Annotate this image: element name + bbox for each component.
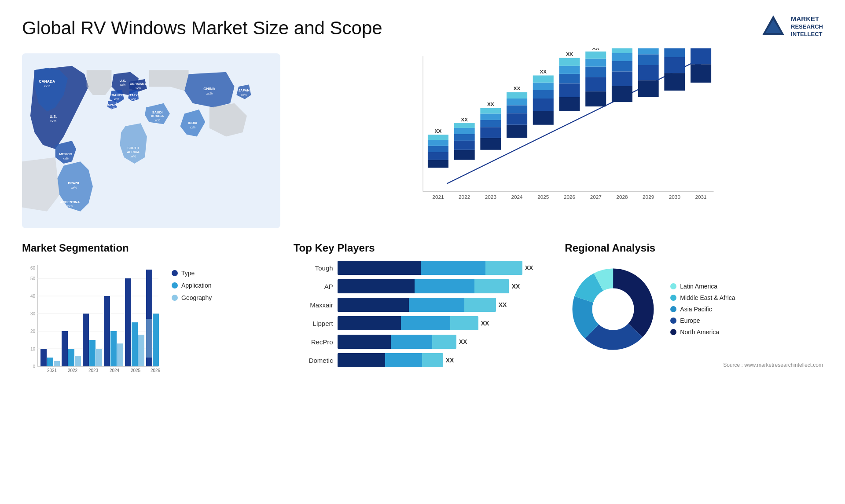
player-seg3-lippert (450, 316, 478, 330)
map-section: CANADA xx% U.S. xx% MEXICO xx% BRAZIL xx… (22, 48, 280, 233)
label-asia-pacific: Asia Pacific (680, 306, 712, 313)
player-bar-recpro: XX (338, 335, 552, 349)
svg-rect-41 (428, 146, 448, 152)
svg-text:XX: XX (566, 51, 573, 57)
player-name-dometic: Dometic (294, 357, 333, 364)
regional-title: Regional Analysis (565, 242, 823, 254)
player-bar-stack-ap (338, 279, 509, 293)
player-bar-dometic: XX (338, 353, 552, 367)
svg-text:2023: 2023 (485, 194, 496, 200)
player-seg3-tough (485, 261, 522, 275)
player-xx-tough: XX (525, 264, 533, 271)
svg-text:50: 50 (30, 276, 36, 281)
svg-rect-85 (585, 51, 606, 58)
svg-text:2024: 2024 (110, 368, 120, 373)
chart-section: XX 2021 XX 2022 XX 2023 (294, 48, 823, 233)
svg-rect-84 (585, 59, 606, 67)
svg-rect-140 (96, 349, 102, 366)
segmentation-legend: Type Application Geography (172, 261, 212, 301)
legend-label-type: Type (181, 270, 195, 277)
svg-rect-46 (454, 150, 474, 160)
svg-rect-92 (612, 48, 632, 53)
player-row-dometic: Dometic XX (294, 353, 552, 367)
svg-rect-54 (480, 127, 501, 138)
svg-rect-43 (428, 135, 448, 140)
svg-text:xx%: xx% (71, 186, 77, 189)
bar-chart-svg: XX 2021 XX 2022 XX 2023 (294, 48, 823, 215)
bar-chart-container: XX 2021 XX 2022 XX 2023 (294, 48, 823, 233)
svg-rect-47 (454, 141, 474, 150)
player-bar-maxxair: XX (338, 298, 552, 312)
source-text: Source : www.marketresearchintellect.com (565, 362, 823, 368)
svg-rect-131 (47, 358, 53, 366)
segmentation-svg: 0 10 20 30 40 50 60 (22, 261, 163, 384)
svg-rect-138 (83, 314, 89, 366)
svg-text:10: 10 (30, 347, 36, 351)
svg-rect-62 (507, 105, 527, 113)
players-title: Top Key Players (294, 242, 552, 254)
svg-text:2029: 2029 (643, 194, 654, 200)
svg-rect-78 (559, 58, 580, 66)
svg-rect-146 (125, 278, 131, 366)
svg-text:0: 0 (33, 364, 35, 369)
svg-text:30: 30 (30, 311, 36, 316)
legend-latin-america: Latin America (670, 283, 735, 290)
players-section: Top Key Players Tough XX AP (294, 242, 552, 386)
svg-rect-64 (507, 92, 527, 99)
dot-latin-america (670, 283, 676, 289)
label-latin-america: Latin America (680, 283, 717, 290)
svg-text:2025: 2025 (537, 194, 549, 200)
svg-rect-71 (533, 76, 553, 83)
svg-rect-151 (153, 314, 159, 366)
svg-text:xx%: xx% (136, 87, 141, 90)
svg-text:2023: 2023 (88, 368, 99, 373)
player-seg2-dometic (385, 353, 422, 367)
player-seg1-recpro (338, 335, 391, 349)
svg-text:2021: 2021 (432, 194, 444, 200)
svg-rect-48 (454, 134, 474, 141)
players-list: Tough XX AP (294, 261, 552, 367)
svg-text:BRAZIL: BRAZIL (68, 181, 80, 185)
logo-text: MARKET RESEARCH INTELLECT (791, 15, 823, 38)
svg-rect-50 (454, 123, 474, 128)
player-seg2-tough (421, 261, 485, 275)
donut-chart (565, 261, 661, 358)
svg-text:ITALY: ITALY (129, 93, 138, 97)
player-seg3-dometic (422, 353, 443, 367)
player-seg1-dometic (338, 353, 385, 367)
player-seg3-ap (474, 279, 509, 293)
svg-rect-130 (40, 349, 47, 366)
player-bar-ap: XX (338, 279, 552, 293)
svg-text:ARGENTINA: ARGENTINA (60, 200, 80, 204)
player-bar-stack-lippert (338, 316, 478, 330)
svg-point-159 (592, 289, 634, 330)
svg-text:2025: 2025 (131, 368, 141, 373)
svg-text:2027: 2027 (590, 194, 601, 200)
player-seg2-maxxair (409, 298, 464, 312)
svg-text:60: 60 (30, 266, 36, 270)
regional-legend: Latin America Middle East & Africa Asia … (670, 283, 735, 336)
svg-text:2026: 2026 (564, 194, 576, 200)
svg-text:CANADA: CANADA (39, 79, 55, 84)
svg-text:FRANCE: FRANCE (110, 93, 123, 97)
svg-text:XX: XX (461, 117, 468, 122)
svg-rect-81 (585, 91, 606, 106)
label-north-america: North America (680, 329, 719, 336)
svg-text:SOUTH: SOUTH (127, 146, 139, 150)
svg-text:2024: 2024 (511, 194, 523, 200)
svg-text:2030: 2030 (669, 194, 680, 200)
svg-text:JAPAN: JAPAN (239, 88, 250, 92)
svg-text:INDIA: INDIA (188, 121, 198, 125)
svg-rect-56 (480, 113, 501, 120)
svg-text:xx%: xx% (63, 157, 69, 160)
dot-mea (670, 295, 676, 301)
legend-dot-application (172, 282, 178, 289)
player-bar-lippert: XX (338, 316, 552, 330)
svg-text:xx%: xx% (206, 91, 213, 95)
player-seg3-maxxair (464, 298, 496, 312)
svg-text:xx%: xx% (190, 126, 196, 129)
svg-rect-136 (75, 356, 81, 366)
svg-rect-57 (480, 108, 501, 114)
player-bar-tough: XX (338, 261, 552, 275)
legend-north-america: North America (670, 329, 735, 336)
